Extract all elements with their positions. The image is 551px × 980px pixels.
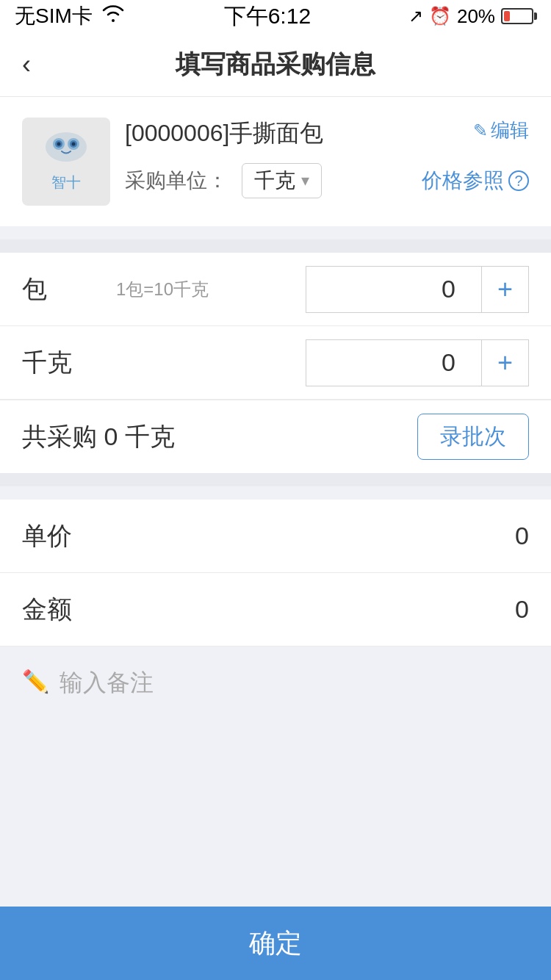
- product-unit-row: 采购单位： 千克 ▾ 价格参照 ?: [125, 163, 529, 198]
- svg-point-5: [57, 143, 61, 146]
- pencil-icon: ✏️: [22, 669, 49, 694]
- carrier-text: 无SIM卡: [15, 2, 93, 30]
- status-left: 无SIM卡: [15, 2, 126, 30]
- unit-label: 采购单位：: [125, 169, 228, 192]
- time-display: 下午6:12: [224, 1, 311, 32]
- product-name: [0000006]手撕面包: [125, 118, 323, 150]
- battery-icon: [501, 8, 536, 24]
- alarm-icon: ⏰: [429, 6, 451, 26]
- summary-text: 共采购 0 千克: [22, 420, 417, 454]
- notes-placeholder: 输入备注: [60, 667, 154, 699]
- back-button[interactable]: ‹: [22, 42, 38, 87]
- product-thumbnail: 智十: [22, 118, 110, 206]
- edit-icon: ✎: [473, 120, 488, 141]
- summary-row: 共采购 0 千克 录批次: [0, 400, 551, 473]
- kg-label: 千克: [22, 346, 110, 380]
- product-card: 智十 [0000006]手撕面包 ✎ 编辑 采购单位： 千克 ▾ 价格参照 ?: [0, 97, 551, 226]
- svg-point-6: [72, 143, 76, 146]
- help-icon: ?: [508, 170, 529, 191]
- pack-quantity-input[interactable]: [306, 266, 482, 313]
- unit-price-row: 单价 0: [0, 500, 551, 573]
- unit-price-label: 单价: [22, 519, 515, 553]
- input-section: 包 1包=10千克 + 千克 +: [0, 253, 551, 400]
- bottom-bar: 确定: [0, 907, 551, 980]
- location-icon: ↗: [408, 6, 423, 26]
- status-right: ↗ ⏰ 20%: [408, 5, 536, 28]
- section-divider-2: [0, 473, 551, 486]
- status-bar: 无SIM卡 下午6:12 ↗ ⏰ 20%: [0, 0, 551, 32]
- kg-input-row: 千克 +: [0, 326, 551, 400]
- product-logo-text: 智十: [51, 173, 81, 192]
- section-divider-1: [0, 239, 551, 253]
- edit-button[interactable]: ✎ 编辑: [473, 118, 529, 143]
- kg-quantity-input[interactable]: [306, 339, 482, 386]
- confirm-button[interactable]: 确定: [249, 926, 302, 962]
- price-section: 单价 0 金额 0: [0, 500, 551, 646]
- pack-input-row: 包 1包=10千克 +: [0, 253, 551, 326]
- unit-select[interactable]: 千克 ▾: [242, 163, 322, 198]
- amount-label: 金额: [22, 593, 515, 627]
- unit-selector-group: 采购单位： 千克 ▾: [125, 163, 322, 198]
- page-title: 填写商品采购信息: [176, 48, 375, 82]
- kg-input-control: +: [306, 339, 529, 386]
- wifi-icon: [100, 4, 126, 29]
- product-info: [0000006]手撕面包 ✎ 编辑 采购单位： 千克 ▾ 价格参照 ?: [125, 118, 529, 198]
- product-header: [0000006]手撕面包 ✎ 编辑: [125, 118, 529, 150]
- product-logo-icon: [44, 131, 88, 170]
- notes-section[interactable]: ✏️ 输入备注: [0, 646, 551, 852]
- batch-button[interactable]: 录批次: [417, 414, 529, 460]
- nav-bar: ‹ 填写商品采购信息: [0, 32, 551, 97]
- svg-point-0: [46, 132, 87, 162]
- pack-plus-button[interactable]: +: [482, 266, 529, 313]
- price-reference-button[interactable]: 价格参照 ?: [422, 167, 529, 195]
- pack-sublabel: 1包=10千克: [116, 278, 306, 301]
- kg-plus-button[interactable]: +: [482, 339, 529, 386]
- pack-label: 包: [22, 273, 110, 306]
- pack-input-control: +: [306, 266, 529, 313]
- chevron-down-icon: ▾: [301, 171, 309, 190]
- amount-row: 金额 0: [0, 573, 551, 646]
- unit-price-value: 0: [515, 522, 529, 550]
- amount-value: 0: [515, 595, 529, 624]
- battery-percent: 20%: [457, 5, 495, 28]
